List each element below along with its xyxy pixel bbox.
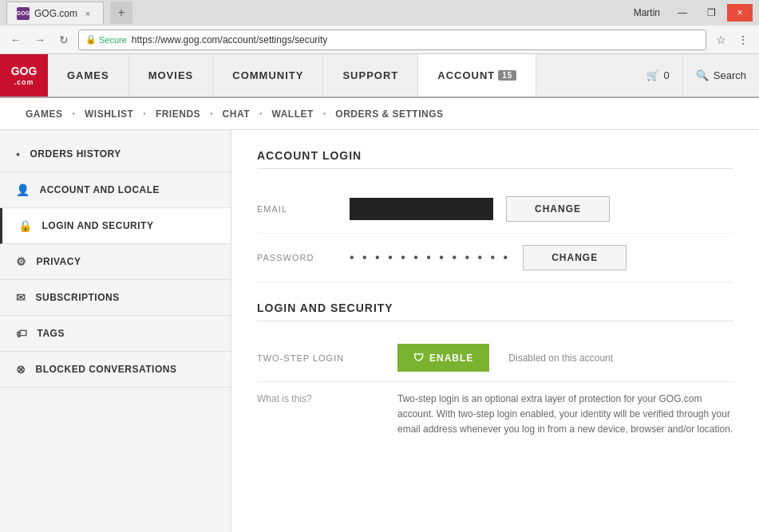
sidebar-label-tags: TAGS <box>38 328 65 339</box>
toolbar-icons: ☆ ⋮ <box>711 30 753 49</box>
enable-two-step-btn[interactable]: 🛡 ENABLE <box>397 344 489 372</box>
account-locale-icon: 👤 <box>16 183 30 196</box>
sub-nav: GAMES • WISHLIST • FRIENDS • CHAT • WALL… <box>0 98 759 130</box>
two-step-disabled-text: Disabled on this account <box>508 353 613 364</box>
section2-title: LOGIN AND SECURITY <box>257 301 733 321</box>
subnav-dot-1: • <box>69 109 79 118</box>
secure-badge: 🔒 Secure <box>85 34 127 45</box>
enable-btn-label: ENABLE <box>429 353 473 364</box>
logo-top: GOG <box>11 65 38 78</box>
gog-logo[interactable]: GOG .com <box>0 54 48 97</box>
subscriptions-icon: ✉ <box>16 291 26 304</box>
nav-support[interactable]: SUPPORT <box>323 54 418 97</box>
browser-toolbar: ← → ↻ 🔒 Secure https://www.gog.com/accou… <box>0 26 759 54</box>
two-step-row: TWO-STEP LOGIN 🛡 ENABLE Disabled on this… <box>257 334 733 382</box>
subnav-dot-5: • <box>320 109 330 118</box>
password-dots: • • • • • • • • • • • • • <box>350 250 510 265</box>
section1-title: ACCOUNT LOGIN <box>257 149 733 169</box>
orders-history-icon: ▪ <box>16 148 20 160</box>
tab-close-btn[interactable]: × <box>82 8 93 19</box>
blocked-conversations-icon: ⊗ <box>16 363 26 376</box>
login-security-icon: 🔒 <box>18 219 33 232</box>
search-label: Search <box>714 69 746 81</box>
subnav-wallet[interactable]: WALLET <box>266 108 320 120</box>
cart-btn[interactable]: 🛒 0 <box>634 54 682 97</box>
email-change-btn[interactable]: CHANGE <box>506 196 610 222</box>
shield-icon: 🛡 <box>413 352 425 364</box>
email-masked-value <box>350 198 493 220</box>
cart-icon: 🛒 <box>646 69 659 81</box>
tags-icon: 🏷 <box>16 327 28 340</box>
sidebar-label-blocked-conversations: BLOCKED CONVERSATIONS <box>36 364 177 375</box>
lock-icon: 🔒 <box>85 34 97 45</box>
sidebar-item-orders-history[interactable]: ▪ ORDERS HISTORY <box>0 136 231 172</box>
nav-games[interactable]: GAMES <box>48 54 129 97</box>
account-badge: 15 <box>498 70 516 81</box>
two-step-label: TWO-STEP LOGIN <box>257 353 385 363</box>
subnav-friends[interactable]: FRIENDS <box>149 108 207 120</box>
sidebar-label-login-security: LOGIN AND SECURITY <box>42 220 154 231</box>
what-is-this-row: What is this? Two-step login is an optio… <box>257 382 733 447</box>
nav-community[interactable]: COMMUNITY <box>213 54 323 97</box>
content-area: ACCOUNT LOGIN EMAIL CHANGE PASSWORD • • … <box>231 130 759 532</box>
browser-tab[interactable]: GOG GOG.com × <box>6 2 104 24</box>
back-btn[interactable]: ← <box>6 30 26 49</box>
sidebar-label-account-locale: ACCOUNT AND LOCALE <box>40 184 160 195</box>
tab-favicon: GOG <box>17 7 30 20</box>
main-content: ▪ ORDERS HISTORY 👤 ACCOUNT AND LOCALE 🔒 … <box>0 130 759 532</box>
new-tab-btn[interactable]: + <box>110 2 132 24</box>
cart-count: 0 <box>664 69 670 81</box>
browser-titlebar: GOG GOG.com × + Martin — ❐ × <box>0 0 759 26</box>
sidebar-item-blocked-conversations[interactable]: ⊗ BLOCKED CONVERSATIONS <box>0 352 231 388</box>
tab-title: GOG.com <box>34 8 77 19</box>
email-row: EMAIL CHANGE <box>257 185 733 234</box>
site-header: GOG .com GAMES MOVIES COMMUNITY SUPPORT … <box>0 54 759 98</box>
maximize-btn[interactable]: ❐ <box>698 4 724 22</box>
email-label: EMAIL <box>257 204 337 214</box>
window-username: Martin <box>627 7 666 18</box>
close-btn[interactable]: × <box>727 4 753 22</box>
sidebar-label-orders-history: ORDERS HISTORY <box>30 148 121 160</box>
search-icon: 🔍 <box>696 69 709 81</box>
subnav-chat[interactable]: CHAT <box>216 108 256 120</box>
subnav-orders-settings[interactable]: ORDERS & SETTINGS <box>329 108 449 120</box>
window-controls: Martin — ❐ × <box>627 4 753 22</box>
what-is-this-label: What is this? <box>257 392 385 438</box>
subnav-games[interactable]: GAMES <box>19 108 69 120</box>
subnav-wishlist[interactable]: WISHLIST <box>78 108 140 120</box>
main-nav: GAMES MOVIES COMMUNITY SUPPORT ACCOUNT 1… <box>48 54 634 97</box>
forward-btn[interactable]: → <box>30 30 49 49</box>
password-change-btn[interactable]: CHANGE <box>523 245 627 270</box>
subnav-dot-3: • <box>207 109 216 118</box>
menu-icon[interactable]: ⋮ <box>733 30 753 49</box>
privacy-icon: ⚙ <box>16 255 27 268</box>
subnav-dot-4: • <box>256 109 266 118</box>
sidebar: ▪ ORDERS HISTORY 👤 ACCOUNT AND LOCALE 🔒 … <box>0 130 231 532</box>
sidebar-item-login-security[interactable]: 🔒 LOGIN AND SECURITY <box>0 208 231 244</box>
sidebar-item-subscriptions[interactable]: ✉ SUBSCRIPTIONS <box>0 280 231 316</box>
refresh-btn[interactable]: ↻ <box>54 30 73 49</box>
subnav-dot-2: • <box>140 109 149 118</box>
sidebar-item-account-locale[interactable]: 👤 ACCOUNT AND LOCALE <box>0 172 231 208</box>
password-label: PASSWORD <box>257 253 337 262</box>
search-btn[interactable]: 🔍 Search <box>682 54 759 97</box>
nav-movies[interactable]: MOVIES <box>129 54 214 97</box>
nav-account[interactable]: ACCOUNT 15 <box>418 54 536 97</box>
address-bar[interactable]: 🔒 Secure https://www.gog.com/account/set… <box>78 30 706 50</box>
what-is-this-text: Two-step login is an optional extra laye… <box>397 392 733 438</box>
sidebar-item-tags[interactable]: 🏷 TAGS <box>0 316 231 352</box>
sidebar-label-privacy: PRIVACY <box>37 256 81 267</box>
minimize-btn[interactable]: — <box>670 4 695 22</box>
sidebar-label-subscriptions: SUBSCRIPTIONS <box>36 292 120 303</box>
logo-bottom: .com <box>14 78 34 87</box>
star-icon[interactable]: ☆ <box>711 30 730 49</box>
password-row: PASSWORD • • • • • • • • • • • • • CHANG… <box>257 234 733 282</box>
sidebar-item-privacy[interactable]: ⚙ PRIVACY <box>0 244 231 280</box>
url-text: https://www.gog.com/account/settings/sec… <box>132 34 327 45</box>
